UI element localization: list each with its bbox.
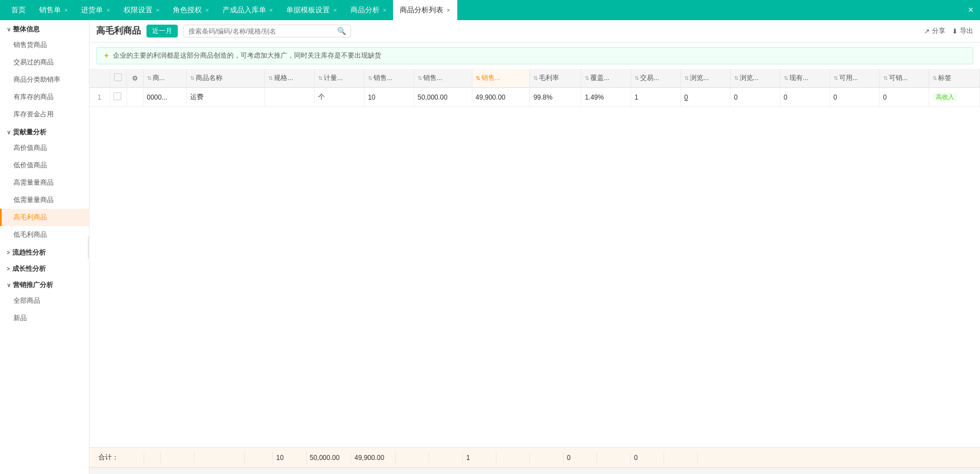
col-trade[interactable]: ⇅交易... bbox=[631, 69, 681, 88]
data-table-container: ⚙ ⇅商... ⇅商品名称 ⇅规格... ⇅计量... ⇅销售... ⇅销售..… bbox=[89, 69, 980, 447]
content-header: 高毛利商品 近一月 🔍 ↗ 分享 ⬇ 导出 bbox=[89, 20, 980, 43]
cell-num: 1 bbox=[89, 88, 110, 107]
nav-item-analysis[interactable]: 商品分析× bbox=[344, 0, 393, 20]
col-saleable[interactable]: ⇅可销... bbox=[879, 69, 929, 88]
search-input[interactable] bbox=[188, 27, 337, 35]
cell-sales-profit: 49,900.00 bbox=[472, 88, 530, 107]
close-tab-products[interactable]: × bbox=[269, 7, 273, 13]
share-button[interactable]: ↗ 分享 bbox=[924, 26, 945, 36]
export-icon: ⬇ bbox=[952, 27, 958, 35]
nav-item-sales[interactable]: 销售单× bbox=[32, 0, 74, 20]
col-checkbox[interactable] bbox=[110, 69, 126, 88]
col-browse2[interactable]: ⇅浏览... bbox=[730, 69, 780, 88]
search-icon[interactable]: 🔍 bbox=[337, 27, 346, 35]
horizontal-scrollbar[interactable] bbox=[89, 467, 980, 474]
cell-name: 运费 bbox=[187, 88, 265, 107]
sidebar-item-stock-occupy[interactable]: 库存资金占用 bbox=[0, 106, 89, 123]
nav-item-template[interactable]: 单据模板设置× bbox=[280, 0, 343, 20]
nav-item-purchase[interactable]: 进货单× bbox=[74, 0, 116, 20]
col-sales-profit[interactable]: ⇅销售... bbox=[472, 69, 530, 88]
footer-current-stock: 0 bbox=[564, 452, 597, 464]
cell-tag: 高收入 bbox=[929, 88, 980, 107]
close-tab-template[interactable]: × bbox=[333, 7, 337, 13]
sidebar-group-overview[interactable]: ∨整体信息 bbox=[0, 20, 89, 36]
col-margin-rate[interactable]: ⇅毛利率 bbox=[530, 69, 581, 88]
sidebar-item-stocked-goods[interactable]: 有库存的商品 bbox=[0, 88, 89, 106]
info-message: 企业的主要的利润都是这部分商品创造的，可考虑加大推广，同时关注库存是不要出现缺货 bbox=[113, 51, 381, 60]
sidebar-item-low-margin[interactable]: 低毛利商品 bbox=[0, 226, 89, 243]
page-title: 高毛利商品 bbox=[96, 25, 141, 37]
nav-item-analysis-list[interactable]: 商品分析列表× bbox=[393, 0, 457, 20]
col-unit[interactable]: ⇅计量... bbox=[315, 69, 364, 88]
info-icon: ✦ bbox=[103, 51, 110, 60]
sidebar: « ∨整体信息销售货商品交易过的商品商品分类助销率有库存的商品库存资金占用∨贡献… bbox=[0, 20, 89, 474]
cell-spec bbox=[265, 88, 315, 107]
sidebar-group-marketing-analysis[interactable]: ∨营销推广分析 bbox=[0, 276, 89, 292]
col-name[interactable]: ⇅商品名称 bbox=[187, 69, 265, 88]
sidebar-collapse-button[interactable]: « bbox=[88, 236, 89, 259]
close-tab-purchase[interactable]: × bbox=[106, 7, 110, 13]
footer-sales-amount: 50,000.00 bbox=[306, 452, 351, 464]
col-browse1[interactable]: ⇅浏览... bbox=[680, 69, 730, 88]
main-layout: « ∨整体信息销售货商品交易过的商品商品分类助销率有库存的商品库存资金占用∨贡献… bbox=[0, 20, 980, 474]
cell-unit: 个 bbox=[315, 88, 364, 107]
col-current-stock[interactable]: ⇅现有... bbox=[780, 69, 830, 88]
cell-sales-qty: 10 bbox=[364, 88, 414, 107]
col-sales-amount[interactable]: ⇅销售... bbox=[414, 69, 472, 88]
cell-current-stock: 0 bbox=[780, 88, 830, 107]
data-table: ⚙ ⇅商... ⇅商品名称 ⇅规格... ⇅计量... ⇅销售... ⇅销售..… bbox=[89, 69, 980, 107]
nav-item-products[interactable]: 产成品入库单× bbox=[216, 0, 280, 20]
cell-browse2: 0 bbox=[730, 88, 780, 107]
footer-sales-profit: 49,900.00 bbox=[351, 452, 396, 464]
table-row: 10000...运费个1050,000.0049,900.0099.8%1.49… bbox=[89, 88, 980, 107]
sidebar-item-traded-goods[interactable]: 交易过的商品 bbox=[0, 54, 89, 71]
info-bar: ✦ 企业的主要的利润都是这部分商品创造的，可考虑加大推广，同时关注库存是不要出现… bbox=[96, 47, 973, 64]
share-icon: ↗ bbox=[924, 27, 930, 35]
top-navigation: 首页销售单×进货单×权限设置×角色授权×产成品入库单×单据模板设置×商品分析×商… bbox=[0, 0, 980, 20]
sidebar-item-sales-goods[interactable]: 销售货商品 bbox=[0, 36, 89, 54]
header-actions: ↗ 分享 ⬇ 导出 bbox=[924, 26, 973, 36]
sidebar-group-wealth-analysis[interactable]: ∨贡献量分析 bbox=[0, 123, 89, 139]
close-all-tabs-button[interactable]: × bbox=[966, 3, 976, 17]
cell-browse1: 0 bbox=[680, 88, 730, 107]
cell-available: 0 bbox=[830, 88, 879, 107]
col-spec[interactable]: ⇅规格... bbox=[265, 69, 315, 88]
search-box: 🔍 bbox=[183, 25, 351, 37]
sidebar-group-growth-analysis[interactable]: >成长性分析 bbox=[0, 260, 89, 276]
cell-sales-amount: 50,000.00 bbox=[414, 88, 472, 107]
col-code[interactable]: ⇅商... bbox=[143, 69, 187, 88]
cell-actions bbox=[126, 88, 143, 107]
nav-item-home[interactable]: 首页 bbox=[4, 0, 32, 20]
nav-item-roles[interactable]: 角色授权× bbox=[166, 0, 215, 20]
close-tab-analysis-list[interactable]: × bbox=[447, 7, 450, 13]
close-tab-permissions[interactable]: × bbox=[156, 7, 159, 13]
cell-coverage: 1.49% bbox=[581, 88, 631, 107]
cell-checkbox bbox=[110, 88, 126, 107]
footer-trade: 1 bbox=[463, 452, 496, 464]
cell-margin-rate: 99.8% bbox=[530, 88, 581, 107]
col-tag[interactable]: ⇅标签 bbox=[929, 69, 980, 88]
close-tab-analysis[interactable]: × bbox=[383, 7, 386, 13]
content-area: 高毛利商品 近一月 🔍 ↗ 分享 ⬇ 导出 ✦ 企业的主要的利润都是这部分商品创… bbox=[89, 20, 980, 474]
sidebar-item-low-value[interactable]: 低价值商品 bbox=[0, 157, 89, 174]
sidebar-item-high-margin[interactable]: 高毛利商品 bbox=[0, 209, 89, 226]
sidebar-item-high-value[interactable]: 高价值商品 bbox=[0, 139, 89, 157]
col-coverage[interactable]: ⇅覆盖... bbox=[581, 69, 631, 88]
col-available[interactable]: ⇅可用... bbox=[830, 69, 879, 88]
cell-saleable: 0 bbox=[879, 88, 929, 107]
sidebar-item-low-demand[interactable]: 低需量量商品 bbox=[0, 191, 89, 209]
sidebar-item-goods-assist[interactable]: 商品分类助销率 bbox=[0, 71, 89, 88]
cell-trade: 1 bbox=[631, 88, 681, 107]
close-tab-roles[interactable]: × bbox=[205, 7, 209, 13]
sidebar-item-all-goods[interactable]: 全部商品 bbox=[0, 292, 89, 309]
nav-item-permissions[interactable]: 权限设置× bbox=[117, 0, 166, 20]
footer-sales-qty: 10 bbox=[273, 452, 306, 464]
time-filter-button[interactable]: 近一月 bbox=[146, 25, 178, 37]
sidebar-item-new-goods[interactable]: 新品 bbox=[0, 309, 89, 327]
col-sales-qty[interactable]: ⇅销售... bbox=[364, 69, 414, 88]
export-button[interactable]: ⬇ 导出 bbox=[952, 26, 973, 36]
sidebar-group-trend-analysis[interactable]: >流趋性分析 bbox=[0, 243, 89, 260]
sidebar-item-high-demand[interactable]: 高需量量商品 bbox=[0, 174, 89, 191]
col-settings[interactable]: ⚙ bbox=[126, 69, 143, 88]
close-tab-sales[interactable]: × bbox=[64, 7, 68, 13]
